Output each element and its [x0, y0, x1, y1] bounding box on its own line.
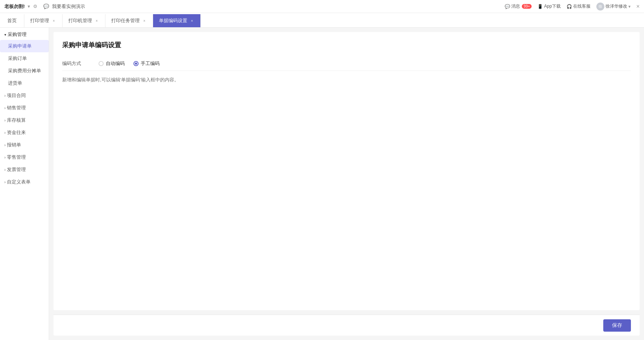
top-bar: 老板勿割! ▾ ⚙ 💬 我要看实例演示 💬 消息 99+ 📱 App下载 🎧 在… — [0, 0, 644, 13]
app-download-button[interactable]: 📱 App下载 — [537, 3, 560, 9]
chevron-right-icon: › — [4, 143, 5, 147]
page-title: 采购申请单编码设置 — [62, 41, 631, 49]
close-tab-print-task-mgmt[interactable]: × — [142, 18, 147, 23]
top-bar-left: 老板勿割! ▾ ⚙ 💬 我要看实例演示 — [4, 3, 85, 10]
chevron-right-icon: › — [4, 118, 5, 122]
radio-manual-encoding[interactable]: 手工编码 — [133, 60, 160, 67]
sidebar: ▾ 采购管理 采购申请单 采购订单 采购费用分摊单 进货单 › 项目合同 › 销… — [0, 28, 49, 340]
sidebar-item-purchase-expense[interactable]: 采购费用分摊单 — [0, 65, 49, 77]
chevron-right-icon: › — [4, 180, 5, 184]
online-service-button[interactable]: 🎧 在线客服 — [567, 3, 591, 9]
sidebar-group-return-sales[interactable]: › 报销单 — [0, 139, 49, 151]
user-profile-button[interactable]: 徐 徐泽华修改 ▾ — [596, 3, 631, 11]
tab-home[interactable]: 首页 — [0, 14, 24, 27]
encoding-row: 编码方式 自动编码 手工编码 — [62, 57, 631, 71]
top-bar-right: 💬 消息 99+ 📱 App下载 🎧 在线客服 徐 徐泽华修改 ▾ × — [505, 3, 640, 11]
sidebar-group-project-contract[interactable]: › 项目合同 — [0, 89, 49, 102]
chevron-right-icon: › — [4, 168, 5, 172]
sidebar-item-purchase-order[interactable]: 采购订单 — [0, 52, 49, 65]
content-area: 采购申请单编码设置 编码方式 自动编码 手工编码 新增和编辑单据时,可以编辑'单… — [49, 28, 644, 340]
sidebar-group-fund-flow[interactable]: › 资金往来 — [0, 126, 49, 139]
save-button[interactable]: 保存 — [603, 319, 631, 332]
top-bar-close-button[interactable]: × — [636, 3, 640, 10]
tab-print-task-mgmt[interactable]: 打印任务管理 × — [105, 14, 153, 27]
description-text: 新增和编辑单据时,可以编辑'单据编码'输入框中的内容。 — [62, 77, 631, 83]
logo-text: 老板勿割! — [4, 3, 25, 10]
close-tab-single-code-settings[interactable]: × — [189, 18, 195, 23]
sidebar-group-purchase-mgmt[interactable]: ▾ 采购管理 — [0, 28, 49, 40]
radio-circle-auto[interactable] — [99, 61, 104, 66]
app-icon: 📱 — [537, 4, 543, 9]
gear-icon[interactable]: ⚙ — [33, 4, 37, 9]
sidebar-item-stock-in[interactable]: 进货单 — [0, 77, 49, 89]
sidebar-group-custom-form[interactable]: › 自定义表单 — [0, 176, 49, 188]
encoding-label: 编码方式 — [62, 60, 84, 67]
user-chevron-icon: ▾ — [628, 4, 631, 9]
chevron-right-icon: › — [4, 106, 5, 110]
sidebar-group-sales-mgmt[interactable]: › 销售管理 — [0, 102, 49, 114]
radio-auto-encoding[interactable]: 自动编码 — [99, 60, 125, 67]
message-icon: 💬 — [505, 4, 510, 9]
message-badge: 99+ — [522, 4, 532, 9]
chevron-right-icon: › — [4, 94, 5, 98]
sidebar-item-purchase-request[interactable]: 采购申请单 — [0, 40, 49, 52]
sidebar-group-inventory[interactable]: › 库存核算 — [0, 114, 49, 126]
tab-print-mgmt[interactable]: 打印管理 × — [24, 14, 63, 27]
radio-circle-manual[interactable] — [133, 61, 139, 66]
message-button[interactable]: 💬 消息 99+ — [505, 3, 532, 9]
avatar: 徐 — [596, 3, 604, 11]
headset-icon: 🎧 — [567, 4, 572, 9]
content-inner: 采购申请单编码设置 编码方式 自动编码 手工编码 新增和编辑单据时,可以编辑'单… — [53, 32, 640, 310]
chevron-down-icon: ▾ — [4, 33, 6, 37]
sidebar-group-retail-mgmt[interactable]: › 零售管理 — [0, 151, 49, 163]
chevron-right-icon: › — [4, 131, 5, 135]
bottom-bar: 保存 — [53, 315, 640, 336]
close-tab-print-mgmt[interactable]: × — [51, 18, 56, 23]
main-layout: ▾ 采购管理 采购申请单 采购订单 采购费用分摊单 进货单 › 项目合同 › 销… — [0, 28, 644, 340]
tab-printer-mgmt[interactable]: 打印机管理 × — [63, 14, 105, 27]
chevron-down-icon[interactable]: ▾ — [28, 4, 30, 9]
chevron-right-icon: › — [4, 155, 5, 159]
radio-group-encoding: 自动编码 手工编码 — [99, 60, 160, 67]
example-link[interactable]: 我要看实例演示 — [52, 3, 85, 10]
example-link-icon: 💬 — [43, 4, 49, 9]
close-tab-printer-mgmt[interactable]: × — [94, 18, 99, 23]
tab-single-code-settings[interactable]: 单据编码设置 × — [153, 14, 201, 27]
tab-bar: 首页 打印管理 × 打印机管理 × 打印任务管理 × 单据编码设置 × — [0, 13, 644, 28]
sidebar-group-invoice-mgmt[interactable]: › 发票管理 — [0, 163, 49, 176]
